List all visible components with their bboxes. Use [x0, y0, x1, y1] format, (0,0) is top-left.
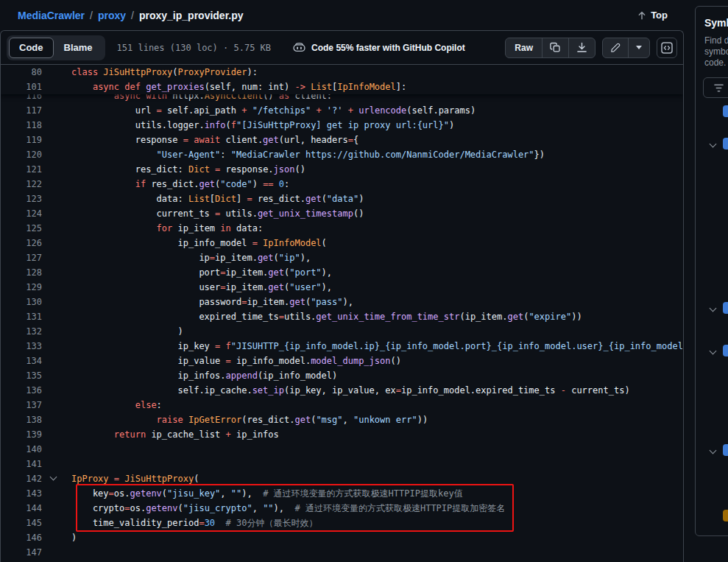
line-number[interactable]: 135: [1, 368, 42, 383]
code-line-text: password=ip_item.get("pass"),: [71, 295, 353, 309]
line-number[interactable]: 118: [1, 118, 42, 133]
scroll-to-top-link[interactable]: Top: [637, 10, 668, 21]
raw-button[interactable]: Raw: [506, 38, 542, 57]
file-toolbar: Code Blame 151 lines (130 loc) · 5.75 KB…: [1, 31, 683, 65]
line-number[interactable]: 117: [1, 103, 42, 118]
chevron-down-icon[interactable]: [710, 141, 717, 148]
line-number[interactable]: 138: [1, 412, 42, 427]
code-line-text: else:: [71, 398, 162, 412]
line-number[interactable]: 122: [1, 177, 42, 192]
code-line-text: async def get_proxies(self, num: int) ->…: [71, 80, 406, 94]
code-line: 124 current_ts = utils.get_unix_timestam…: [1, 206, 683, 221]
line-number[interactable]: 123: [1, 192, 42, 206]
line-number[interactable]: 132: [1, 324, 42, 339]
line-number[interactable]: 119: [1, 133, 42, 147]
copy-raw-button[interactable]: [542, 38, 568, 57]
line-number[interactable]: 120: [1, 147, 42, 162]
symbol-list-item[interactable]: [696, 343, 728, 358]
chevron-down-icon[interactable]: [710, 348, 717, 355]
code-line-text: ip_value = ip_info_model.model_dump_json…: [71, 354, 401, 368]
line-number[interactable]: 146: [1, 530, 42, 545]
code-line-text: if res_dict.get("code") == 0:: [71, 177, 289, 192]
line-gutter: [42, 206, 71, 221]
chevron-down-icon[interactable]: [710, 305, 717, 312]
line-number[interactable]: 127: [1, 250, 42, 265]
line-number[interactable]: 125: [1, 221, 42, 236]
breadcrumb-repo-link[interactable]: MediaCrawler: [18, 10, 85, 21]
code-line: 136 self.ip_cache.set_ip(ip_key, ip_valu…: [1, 383, 683, 398]
tab-code[interactable]: Code: [9, 38, 54, 58]
line-number[interactable]: 134: [1, 354, 42, 368]
code-line: 135 ip_infos.append(ip_info_model): [1, 368, 683, 383]
top-label: Top: [651, 10, 668, 21]
breadcrumb-separator: /: [131, 10, 134, 21]
line-number[interactable]: 139: [1, 427, 42, 442]
code-line-text: url = self.api_path + "/fetchips" + '?' …: [71, 103, 476, 118]
line-number[interactable]: 143: [1, 486, 42, 501]
line-number[interactable]: 101: [1, 80, 42, 94]
symbols-panel-toggle-button[interactable]: [657, 38, 677, 58]
line-gutter: [42, 250, 71, 265]
symbols-filter-input[interactable]: [703, 77, 728, 98]
line-number[interactable]: 137: [1, 398, 42, 412]
line-gutter: [42, 221, 71, 236]
line-gutter: [42, 192, 71, 206]
line-number[interactable]: 141: [1, 457, 42, 471]
line-gutter: [42, 471, 71, 486]
code-line: 133 ip_key = f"JISUHTTP_{ip_info_model.i…: [1, 339, 683, 354]
code-line-text: ip_key = f"JISUHTTP_{ip_info_model.ip}_{…: [71, 339, 683, 354]
code-line-text: key=os.getenv("jisu_key", ""), # 通过环境变量的…: [71, 486, 463, 501]
symbol-list-item[interactable]: [696, 104, 728, 119]
code-line: 146): [1, 530, 683, 545]
tab-blame[interactable]: Blame: [54, 38, 103, 58]
line-number[interactable]: 131: [1, 309, 42, 324]
code-blame-switcher: Code Blame: [7, 35, 105, 60]
line-number[interactable]: 126: [1, 236, 42, 250]
symbol-list-item[interactable]: [696, 508, 728, 523]
line-number[interactable]: 133: [1, 339, 42, 354]
line-number[interactable]: 129: [1, 280, 42, 295]
symbol-kind-badge: [723, 444, 728, 456]
code-line-text: "User-Agent": "MediaCrawler https://gith…: [71, 147, 545, 162]
line-gutter: [42, 309, 71, 324]
symbol-list-item[interactable]: [696, 136, 728, 151]
line-number[interactable]: 130: [1, 295, 42, 309]
fold-chevron-down-icon[interactable]: [50, 474, 57, 481]
copilot-banner-text: Code 55% faster with GitHub Copilot: [311, 43, 465, 53]
code-line-text: user=ip_item.get("user"),: [71, 280, 332, 295]
breadcrumb: MediaCrawler / proxy / proxy_ip_provider…: [18, 10, 244, 21]
line-gutter: [42, 177, 71, 192]
line-number[interactable]: 121: [1, 162, 42, 177]
line-gutter: [42, 530, 71, 545]
code-line: 137 else:: [1, 398, 683, 412]
line-number[interactable]: 147: [1, 545, 42, 560]
line-number[interactable]: 136: [1, 383, 42, 398]
line-gutter: [42, 265, 71, 280]
code-line: 122 if res_dict.get("code") == 0:: [1, 177, 683, 192]
copilot-banner[interactable]: Code 55% faster with GitHub Copilot: [293, 41, 465, 54]
line-number[interactable]: 142: [1, 471, 42, 486]
toolbar-actions: Raw: [505, 38, 677, 58]
line-number[interactable]: 140: [1, 442, 42, 457]
line-number[interactable]: 145: [1, 516, 42, 530]
code-line-text: time_validity_period=30 # 30分钟（最长时效）: [71, 516, 317, 530]
edit-file-button[interactable]: [603, 38, 628, 57]
breadcrumb-folder-link[interactable]: proxy: [98, 10, 126, 21]
code-line: 126 ip_info_model = IpInfoModel(: [1, 236, 683, 250]
line-number[interactable]: 128: [1, 265, 42, 280]
symbol-list-item[interactable]: [696, 301, 728, 315]
line-number[interactable]: 124: [1, 206, 42, 221]
download-raw-button[interactable]: [568, 38, 595, 57]
edit-dropdown-button[interactable]: [628, 38, 649, 57]
raw-button-group: Raw: [505, 38, 596, 58]
symbol-list-item[interactable]: [696, 443, 728, 457]
line-gutter: [42, 442, 71, 457]
symbols-panel-title: Symbols: [704, 17, 728, 29]
code-line-text: response = await client.get(url, headers…: [71, 133, 358, 147]
breadcrumb-separator: /: [90, 10, 93, 21]
line-number[interactable]: 80: [1, 65, 42, 80]
code-line: 130 password=ip_item.get("pass"),: [1, 295, 683, 309]
chevron-down-icon[interactable]: [710, 447, 717, 454]
line-number[interactable]: 144: [1, 501, 42, 516]
code-line: 120 "User-Agent": "MediaCrawler https://…: [1, 147, 683, 162]
